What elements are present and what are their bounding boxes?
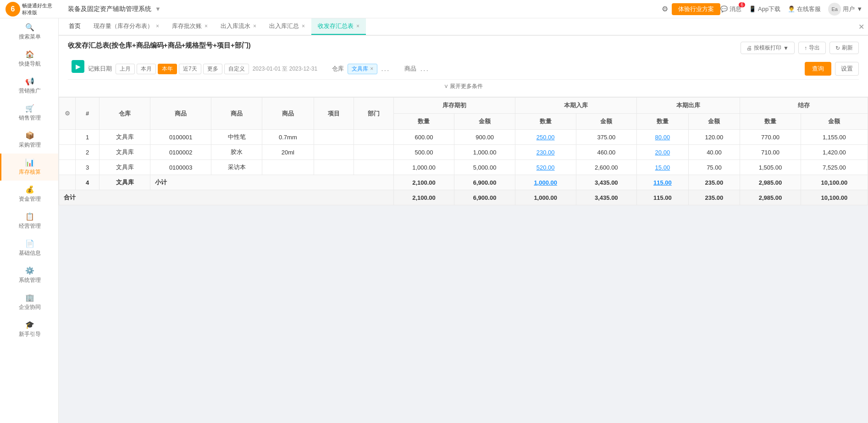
messages-button[interactable]: 💬 消息 6 (720, 5, 741, 13)
tab-inout-summary[interactable]: 出入库汇总 × (263, 18, 311, 35)
date-btn-this-month[interactable]: 本月 (137, 64, 156, 74)
row-end-amt: 7,525.00 (801, 160, 868, 175)
user-chevron-icon: ▼ (857, 5, 862, 12)
home-icon: 🏠 (25, 50, 34, 59)
row-open-amt: 1,000.00 (454, 145, 515, 160)
sub-end-amt: 10,100.00 (801, 175, 868, 190)
row-no: 3 (76, 160, 100, 175)
date-btn-this-year[interactable]: 本年 (158, 64, 177, 74)
table-settings-button[interactable]: 设置 (835, 62, 859, 76)
filter-collapse-button[interactable]: ▶ (72, 60, 84, 73)
row-spec (262, 160, 314, 175)
date-btn-7days[interactable]: 近7天 (179, 64, 201, 74)
finance-icon: 💰 (25, 185, 34, 194)
col-group-in: 本期入库 (515, 98, 636, 114)
row-open-amt: 5,000.00 (454, 160, 515, 175)
row-out-qty[interactable]: 20.00 (637, 145, 689, 160)
print-button[interactable]: 🖨 按模板打印 ▼ (741, 42, 795, 54)
tab-close-inventory-dist[interactable]: × (156, 23, 159, 29)
sidebar-item-label: 快捷导航 (19, 60, 41, 68)
tab-home[interactable]: 首页 (62, 18, 87, 35)
sidebar-item-finance[interactable]: 💰 资金管理 (0, 181, 58, 208)
row-out-qty[interactable]: 15.00 (637, 160, 689, 175)
user-menu[interactable]: Ea 用户 ▼ (828, 3, 862, 16)
tab-inventory-dist[interactable]: 现存量（库存分布表） × (87, 18, 166, 35)
warehouse-filter-tag[interactable]: 文具库 × (348, 64, 377, 74)
table-row: 3 文具库 0100003 采访本 1,000.00 5,000.00 520.… (59, 160, 868, 175)
row-name: 中性笔 (211, 130, 262, 145)
row-project (314, 130, 354, 145)
sidebar-item-inventory[interactable]: 📊 库存核算 (0, 154, 58, 181)
goods-more-dots[interactable]: ... (420, 65, 429, 73)
sidebar-item-marketing[interactable]: 📢 营销推广 (0, 72, 58, 99)
sidebar-item-system[interactable]: ⚙️ 系统管理 (0, 262, 58, 289)
operations-icon: 📋 (25, 212, 34, 221)
refresh-button[interactable]: ↻ 刷新 (829, 42, 859, 54)
logo-icon: 6 (6, 2, 20, 16)
sidebar-item-label: 基础信息 (19, 249, 41, 257)
row-end-qty: 710.00 (740, 145, 801, 160)
row-out-amt: 40.00 (688, 145, 740, 160)
row-in-qty[interactable]: 520.00 (515, 160, 576, 175)
sidebar: 🔍 搜索菜单 🏠 快捷导航 📢 营销推广 🛒 销售管理 📦 采购管理 📊 (0, 18, 59, 423)
date-btn-more[interactable]: 更多 (203, 64, 222, 74)
query-button[interactable]: 查询 (805, 62, 831, 76)
sidebar-item-label: 新手引导 (19, 330, 41, 338)
col-no: # (76, 98, 100, 130)
col-end-amt: 金额 (801, 114, 868, 130)
sidebar-item-beginner[interactable]: 🎓 新手引导 (0, 316, 58, 343)
date-btn-custom[interactable]: 自定义 (224, 64, 249, 74)
close-all-tabs-button[interactable]: ✕ (858, 22, 864, 31)
sidebar-item-basic-info[interactable]: 📄 基础信息 (0, 235, 58, 262)
tab-inout-flow[interactable]: 出入库流水 × (214, 18, 263, 35)
tab-close-inout-summary[interactable]: × (302, 23, 305, 29)
warehouse-more-dots[interactable]: ... (381, 65, 390, 73)
online-service-button[interactable]: 👨‍💼 在线客服 (788, 5, 821, 13)
date-range-display: 2023-01-01 至 2023-12-31 (253, 65, 317, 73)
tab-batch-ledger[interactable]: 库存批次账 × (166, 18, 214, 35)
row-out-amt: 120.00 (688, 130, 740, 145)
row-end-qty: 770.00 (740, 130, 801, 145)
sidebar-item-label: 搜索菜单 (19, 33, 41, 41)
row-settings (59, 130, 76, 145)
row-out-qty[interactable]: 80.00 (637, 130, 689, 145)
sidebar-item-purchase[interactable]: 📦 采购管理 (0, 126, 58, 154)
row-in-qty[interactable]: 250.00 (515, 130, 576, 145)
tab-close-batch-ledger[interactable]: × (205, 23, 208, 29)
table-col-settings[interactable]: ⚙ (59, 98, 76, 130)
row-open-amt: 900.00 (454, 130, 515, 145)
row-spec: 0.7mm (262, 130, 314, 145)
sidebar-item-quick-nav[interactable]: 🏠 快捷导航 (0, 45, 58, 72)
warehouse-filter-remove-icon[interactable]: × (370, 66, 373, 72)
sidebar-item-sales[interactable]: 🛒 销售管理 (0, 99, 58, 126)
table-row: 2 文具库 0100002 胶水 20ml 500.00 1,000.00 23… (59, 145, 868, 160)
system-icon: ⚙️ (25, 266, 34, 275)
tab-close-inout-flow[interactable]: × (253, 23, 256, 29)
row-warehouse: 文具库 (100, 160, 150, 175)
expand-more-bar[interactable]: ∨ 展开更多条件 (68, 79, 859, 93)
sidebar-item-search[interactable]: 🔍 搜索菜单 (0, 18, 58, 45)
tab-receive-summary[interactable]: 收发存汇总表 × (311, 18, 366, 35)
row-in-qty[interactable]: 230.00 (515, 145, 576, 160)
date-btn-last-month[interactable]: 上月 (116, 64, 135, 74)
goods-filter-label: 商品 (404, 65, 416, 73)
row-no: 2 (76, 145, 100, 160)
row-no: 1 (76, 130, 100, 145)
tab-close-receive-summary[interactable]: × (356, 23, 359, 29)
app-download-button[interactable]: 📱 App下载 (749, 5, 780, 13)
sub-open-amt: 6,900.00 (454, 175, 515, 190)
sidebar-item-label: 采购管理 (19, 141, 41, 149)
row-name: 胶水 (211, 145, 262, 160)
row-end-amt: 1,420.00 (801, 145, 868, 160)
col-spec: 商品 (262, 98, 314, 130)
trial-button[interactable]: 体验行业方案 (672, 3, 720, 15)
sidebar-item-enterprise[interactable]: 🏢 企业协同 (0, 289, 58, 316)
system-dropdown-icon[interactable]: ▼ (155, 5, 161, 12)
row-out-amt: 75.00 (688, 160, 740, 175)
col-in-qty: 数量 (515, 114, 576, 130)
settings-icon[interactable]: ⚙ (662, 5, 668, 13)
sidebar-item-operations[interactable]: 📋 经营管理 (0, 208, 58, 235)
export-button[interactable]: ↑ 导出 (798, 42, 826, 54)
col-out-amt: 金额 (688, 114, 740, 130)
col-in-amt: 金额 (576, 114, 637, 130)
